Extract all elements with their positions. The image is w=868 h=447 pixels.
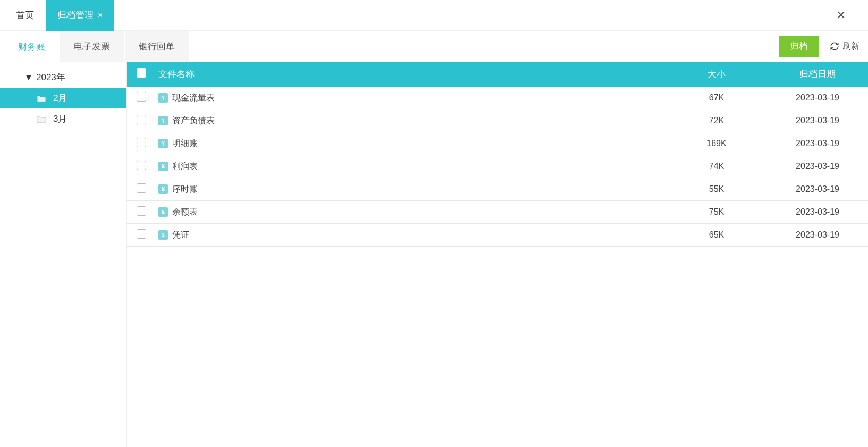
row-checkbox[interactable]	[137, 161, 146, 170]
row-date: 2023-03-19	[767, 109, 868, 132]
row-date: 2023-03-19	[767, 201, 868, 224]
subtab-bankslip[interactable]: 银行回单	[125, 31, 189, 62]
table-row[interactable]: ¥序时账55K2023-03-19	[127, 178, 868, 201]
top-tab-bar: 首页 归档管理 × ✕	[0, 0, 868, 31]
row-checkbox-cell	[127, 155, 153, 178]
row-filename: 序时账	[172, 184, 198, 195]
row-checkbox-cell	[127, 132, 153, 155]
file-icon: ¥	[158, 162, 168, 171]
toolbar: 财务账 电子发票 银行回单 归档 刷新	[0, 31, 868, 62]
tab-archive-management[interactable]: 归档管理 ×	[46, 0, 114, 31]
tree-month-node[interactable]: 2月	[0, 88, 126, 108]
table-header-row: 文件名称 大小 归档日期	[127, 62, 868, 87]
file-icon: ¥	[158, 207, 168, 217]
file-icon: ¥	[158, 184, 168, 194]
subtab-einvoice[interactable]: 电子发票	[60, 31, 124, 62]
tab-close-icon[interactable]: ×	[98, 11, 103, 20]
subtab-einvoice-label: 电子发票	[74, 40, 110, 53]
tree-month-node[interactable]: 3月	[0, 108, 126, 129]
tree-month-label: 3月	[53, 113, 67, 125]
file-icon: ¥	[158, 93, 168, 103]
row-date: 2023-03-19	[767, 87, 868, 109]
row-size: 72K	[666, 109, 767, 132]
row-checkbox[interactable]	[137, 92, 146, 102]
row-filename-cell: ¥明细账	[153, 132, 666, 155]
header-checkbox-cell	[127, 62, 153, 87]
table-row[interactable]: ¥余额表75K2023-03-19	[127, 201, 868, 224]
row-checkbox[interactable]	[137, 115, 146, 124]
archive-button-label: 归档	[790, 41, 807, 50]
row-filename: 利润表	[172, 161, 198, 172]
header-date: 归档日期	[767, 62, 868, 87]
caret-down-icon: ▼	[21, 72, 36, 83]
file-table-wrap: 文件名称 大小 归档日期 ¥现金流量表67K2023-03-19¥资产负债表72…	[127, 62, 868, 447]
row-checkbox-cell	[127, 87, 153, 109]
row-checkbox-cell	[127, 224, 153, 247]
row-size: 55K	[666, 178, 767, 201]
row-checkbox[interactable]	[137, 229, 146, 239]
row-checkbox[interactable]	[137, 206, 146, 216]
table-row[interactable]: ¥现金流量表67K2023-03-19	[127, 87, 868, 109]
folder-tree: ▼ 2023年 2月3月	[0, 62, 127, 447]
tab-home[interactable]: 首页	[4, 0, 46, 31]
row-checkbox-cell	[127, 178, 153, 201]
table-row[interactable]: ¥凭证65K2023-03-19	[127, 224, 868, 247]
file-icon: ¥	[158, 230, 168, 240]
file-table: 文件名称 大小 归档日期 ¥现金流量表67K2023-03-19¥资产负债表72…	[127, 62, 868, 247]
file-icon: ¥	[158, 116, 168, 125]
archive-button[interactable]: 归档	[779, 36, 819, 57]
row-checkbox-cell	[127, 109, 153, 132]
table-row[interactable]: ¥利润表74K2023-03-19	[127, 155, 868, 178]
select-all-checkbox[interactable]	[137, 68, 146, 78]
file-icon: ¥	[158, 139, 168, 148]
row-filename-cell: ¥余额表	[153, 201, 666, 224]
table-row[interactable]: ¥资产负债表72K2023-03-19	[127, 109, 868, 132]
folder-icon	[36, 115, 47, 123]
row-filename: 资产负债表	[172, 115, 215, 126]
header-filename: 文件名称	[153, 62, 666, 87]
sub-tab-bar: 财务账 电子发票 银行回单	[4, 31, 190, 62]
row-size: 67K	[666, 87, 767, 109]
tab-home-label: 首页	[16, 9, 34, 21]
row-filename-cell: ¥序时账	[153, 178, 666, 201]
row-filename-cell: ¥利润表	[153, 155, 666, 178]
row-filename: 明细账	[172, 138, 198, 149]
row-date: 2023-03-19	[767, 178, 868, 201]
refresh-button[interactable]: 刷新	[830, 41, 859, 52]
row-filename: 余额表	[172, 207, 198, 218]
subtab-finance-label: 财务账	[18, 41, 45, 53]
table-row[interactable]: ¥明细账169K2023-03-19	[127, 132, 868, 155]
refresh-icon	[830, 41, 839, 51]
row-checkbox[interactable]	[137, 183, 146, 193]
content-area: ▼ 2023年 2月3月 文件名称 大小 归档日期 ¥现金流量表67K2023-…	[0, 62, 868, 447]
row-filename: 现金流量表	[172, 92, 215, 104]
tab-archive-label: 归档管理	[57, 9, 94, 21]
row-filename: 凭证	[172, 230, 189, 241]
subtab-bankslip-label: 银行回单	[139, 40, 175, 53]
tree-year-label: 2023年	[36, 71, 65, 83]
row-filename-cell: ¥资产负债表	[153, 109, 666, 132]
row-size: 65K	[666, 224, 767, 247]
row-filename-cell: ¥现金流量表	[153, 87, 666, 109]
subtab-finance[interactable]: 财务账	[4, 31, 59, 62]
row-size: 74K	[666, 155, 767, 178]
row-date: 2023-03-19	[767, 224, 868, 247]
close-all-tabs-icon[interactable]: ✕	[831, 6, 851, 24]
row-date: 2023-03-19	[767, 155, 868, 178]
tree-year-node[interactable]: ▼ 2023年	[0, 67, 126, 88]
row-checkbox[interactable]	[137, 138, 146, 147]
header-size: 大小	[666, 62, 767, 87]
row-date: 2023-03-19	[767, 132, 868, 155]
refresh-button-label: 刷新	[842, 41, 859, 52]
row-size: 169K	[666, 132, 767, 155]
folder-icon	[36, 94, 47, 103]
row-checkbox-cell	[127, 201, 153, 224]
row-filename-cell: ¥凭证	[153, 224, 666, 247]
tree-month-label: 2月	[53, 92, 67, 104]
row-size: 75K	[666, 201, 767, 224]
